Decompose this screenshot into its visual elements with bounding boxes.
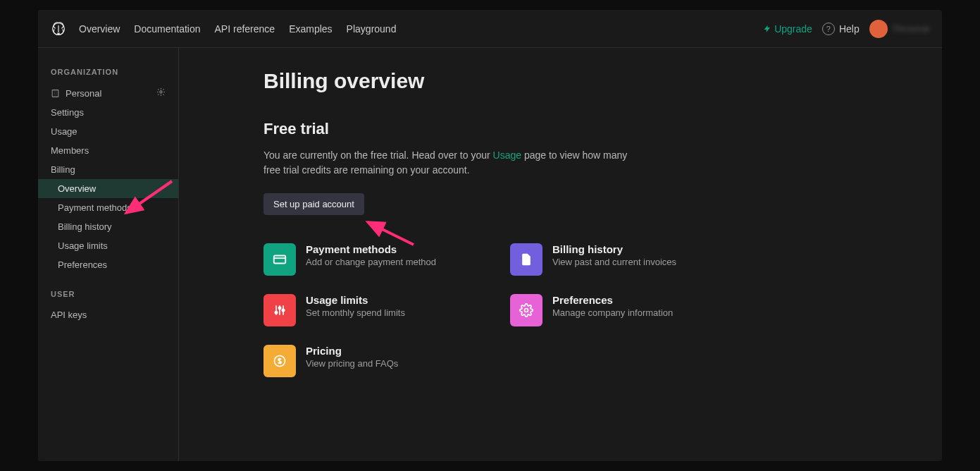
svg-point-4 [275,312,277,314]
sidebar-sub-preferences[interactable]: Preferences [38,255,178,274]
card-preferences[interactable]: Preferences Manage company information [510,294,743,326]
trial-text-pre: You are currently on the free trial. Hea… [263,149,493,161]
card-desc: Add or change payment method [306,257,436,267]
card-billing-history[interactable]: Billing history View past and current in… [510,243,743,276]
card-title: Payment methods [306,243,436,255]
card-desc: Manage company information [552,307,673,318]
help-label: Help [839,23,860,35]
main-content: Billing overview Free trial You are curr… [179,48,942,461]
nav-documentation[interactable]: Documentation [134,23,200,35]
card-title: Billing history [552,243,676,255]
account-name: Personal [893,23,929,34]
card-desc: Set monthly spend limits [306,307,405,318]
nav-playground[interactable]: Playground [347,23,397,35]
nav-examples[interactable]: Examples [289,23,332,35]
document-icon [510,243,542,276]
svg-rect-1 [52,90,58,97]
sidebar-sub-usage-limits[interactable]: Usage limits [38,236,178,255]
sliders-icon [263,294,296,326]
sidebar: ORGANIZATION Personal Settings Usage Mem… [38,48,179,461]
card-usage-limits[interactable]: Usage limits Set monthly spend limits [263,294,496,326]
help-icon: ? [822,23,835,35]
trial-description: You are currently on the free trial. Hea… [263,148,644,178]
credit-card-icon [263,243,296,276]
help-button[interactable]: ? Help [822,23,860,35]
sidebar-user-label: USER [38,290,178,305]
card-desc: View past and current invoices [552,257,676,267]
svg-point-2 [160,91,162,93]
nav-overview[interactable]: Overview [79,23,120,35]
upgrade-button[interactable]: Upgrade [763,23,812,35]
svg-point-7 [525,309,528,312]
svg-rect-3 [274,256,286,264]
card-title: Preferences [552,294,673,306]
sidebar-personal-label: Personal [66,88,101,99]
sidebar-sub-payment-methods[interactable]: Payment methods [38,198,178,217]
upgrade-label: Upgrade [774,23,812,35]
sidebar-org-label: ORGANIZATION [38,68,178,83]
svg-point-6 [282,309,284,311]
top-nav: Overview Documentation API reference Exa… [38,10,942,48]
sidebar-sub-overview[interactable]: Overview [38,179,178,198]
card-title: Usage limits [306,294,405,306]
openai-logo-icon [51,21,66,37]
section-heading: Free trial [263,120,942,138]
card-title: Pricing [306,345,398,357]
org-settings-icon[interactable] [156,87,166,99]
card-desc: View pricing and FAQs [306,358,398,369]
setup-paid-account-button[interactable]: Set up paid account [263,193,364,215]
gear-icon [510,294,542,326]
nav-api-reference[interactable]: API reference [215,23,275,35]
sidebar-item-settings[interactable]: Settings [38,103,178,122]
sidebar-org-personal[interactable]: Personal [38,83,178,103]
sidebar-item-api-keys[interactable]: API keys [38,305,178,324]
sidebar-item-usage[interactable]: Usage [38,122,178,141]
card-payment-methods[interactable]: Payment methods Add or change payment me… [263,243,496,276]
account-menu[interactable]: Personal [869,20,929,38]
usage-link[interactable]: Usage [493,149,521,161]
svg-point-5 [278,307,280,309]
sidebar-item-billing[interactable]: Billing [38,160,178,179]
avatar [869,20,888,38]
card-pricing[interactable]: Pricing View pricing and FAQs [263,345,496,377]
building-icon [51,89,60,98]
dollar-icon [263,345,296,377]
sidebar-sub-billing-history[interactable]: Billing history [38,217,178,236]
page-title: Billing overview [263,69,942,93]
sidebar-item-members[interactable]: Members [38,141,178,160]
